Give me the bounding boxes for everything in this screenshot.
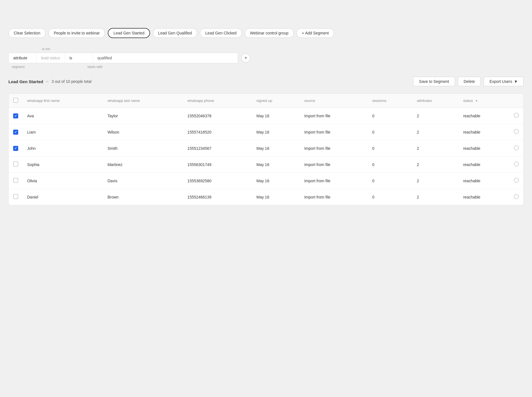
segment-btn-lead-gen-clicked[interactable]: Lead Gen Clicked <box>200 28 242 38</box>
sort-icon[interactable]: ▼ <box>475 99 478 102</box>
cell-signed_up: May 16 <box>252 157 300 173</box>
filter-field[interactable]: lead status <box>37 53 65 63</box>
row-checkbox-4[interactable] <box>13 162 18 167</box>
cell-sessions: 0 <box>368 108 412 124</box>
row-checkbox-3[interactable] <box>13 146 18 151</box>
segment-btn-lead-gen-started[interactable]: Lead Gen Started <box>108 28 150 38</box>
cell-attributes: 2 <box>412 140 459 157</box>
hint-starts-with: starts with <box>85 64 105 69</box>
table-row: AvaTaylor15552046378May 16Import from fi… <box>9 108 523 124</box>
cell-attributes: 2 <box>412 157 459 173</box>
cell-attributes: 2 <box>412 173 459 189</box>
filter-hint-above: is not <box>8 46 524 52</box>
cell-phone: 15553692580 <box>183 173 252 189</box>
header-last-name: whatsapp last name <box>103 94 183 108</box>
row-radio-5[interactable] <box>514 178 519 183</box>
summary-count: 3 out of 10 people total <box>52 79 91 84</box>
cell-attributes: 2 <box>412 189 459 205</box>
export-users-button[interactable]: Export Users ▼ <box>484 77 524 86</box>
hint-segment: segment <box>10 64 27 69</box>
filter-hints-below: segment starts with <box>8 64 524 69</box>
row-radio-4[interactable] <box>514 162 519 167</box>
cell-first_name: Olivia <box>23 173 103 189</box>
table-row: OliviaDavis15553692580May 16Import from … <box>9 173 523 189</box>
table-container: whatsapp first name whatsapp last name w… <box>8 94 524 205</box>
hint-is-not: is not <box>40 46 52 52</box>
row-radio-2[interactable] <box>514 129 519 134</box>
copy-icon[interactable]: ⎓ <box>46 79 49 84</box>
cell-signed_up: May 16 <box>252 108 300 124</box>
cell-first_name: Liam <box>23 124 103 140</box>
row-checkbox-6[interactable] <box>13 194 18 199</box>
cell-sessions: 0 <box>368 157 412 173</box>
cell-sessions: 0 <box>368 189 412 205</box>
cell-first_name: John <box>23 140 103 157</box>
segment-btn-clear[interactable]: Clear Selection <box>8 28 46 38</box>
select-all-checkbox[interactable] <box>13 98 18 103</box>
summary-left: Lead Gen Started ⎓ 3 out of 10 people to… <box>8 79 92 84</box>
add-segment-button[interactable]: + Add Segment <box>297 28 334 38</box>
main-container: Clear SelectionPeople to invite to webin… <box>0 0 532 216</box>
cell-attributes: 2 <box>412 124 459 140</box>
cell-sessions: 0 <box>368 173 412 189</box>
cell-source: Import from file <box>300 189 368 205</box>
cell-phone: 15556301749 <box>183 157 252 173</box>
filter-type[interactable]: attribute <box>9 53 37 63</box>
row-checkbox-5[interactable] <box>13 178 18 183</box>
header-sessions: sessions <box>368 94 412 108</box>
filter-add-button[interactable]: + <box>241 53 250 62</box>
cell-first_name: Daniel <box>23 189 103 205</box>
header-phone: whatsapp phone <box>183 94 252 108</box>
segment-btn-lead-gen-qualified[interactable]: Lead Gen Qualified <box>153 28 197 38</box>
cell-last_name: Taylor <box>103 108 183 124</box>
filter-area: is not attribute lead status is qualifie… <box>8 46 524 69</box>
chevron-down-icon: ▼ <box>514 79 518 84</box>
segment-btn-webinar[interactable]: People to invite to webinar <box>48 28 105 38</box>
cell-signed_up: May 16 <box>252 173 300 189</box>
cell-source: Import from file <box>300 140 368 157</box>
header-first-name: whatsapp first name <box>23 94 103 108</box>
cell-last_name: Wilson <box>103 124 183 140</box>
segment-btn-webinar-control[interactable]: Webinar control group <box>245 28 294 38</box>
row-checkbox-1[interactable] <box>13 113 18 118</box>
row-radio-1[interactable] <box>514 113 519 118</box>
header-select-all[interactable] <box>9 94 23 108</box>
cell-status: reachable <box>459 189 509 205</box>
summary-title: Lead Gen Started <box>8 79 43 84</box>
cell-source: Import from file <box>300 124 368 140</box>
table-row: LiamWilson15557418520May 16Import from f… <box>9 124 523 140</box>
summary-bar: Lead Gen Started ⎓ 3 out of 10 people to… <box>8 75 524 88</box>
header-attributes: attributes <box>412 94 459 108</box>
cell-last_name: Davis <box>103 173 183 189</box>
header-signed-up: signed up <box>252 94 300 108</box>
table-header-row: whatsapp first name whatsapp last name w… <box>9 94 523 108</box>
cell-phone: 15551234567 <box>183 140 252 157</box>
cell-phone: 15552046378 <box>183 108 252 124</box>
save-to-segment-button[interactable]: Save to Segment <box>413 77 455 86</box>
cell-phone: 15552468139 <box>183 189 252 205</box>
cell-status: reachable <box>459 140 509 157</box>
cell-first_name: Sophia <box>23 157 103 173</box>
cell-source: Import from file <box>300 108 368 124</box>
filter-row: attribute lead status is qualified <box>8 53 238 63</box>
header-radio <box>509 94 523 108</box>
cell-sessions: 0 <box>368 124 412 140</box>
cell-last_name: Brown <box>103 189 183 205</box>
delete-button[interactable]: Delete <box>458 77 481 86</box>
cell-status: reachable <box>459 124 509 140</box>
row-radio-6[interactable] <box>514 194 519 199</box>
filter-value[interactable]: qualified <box>93 53 238 63</box>
cell-signed_up: May 16 <box>252 140 300 157</box>
cell-status: reachable <box>459 108 509 124</box>
filter-operator[interactable]: is <box>65 53 93 63</box>
summary-actions: Save to Segment Delete Export Users ▼ <box>413 77 524 86</box>
table-body: AvaTaylor15552046378May 16Import from fi… <box>9 108 523 205</box>
cell-source: Import from file <box>300 157 368 173</box>
cell-last_name: Martinez <box>103 157 183 173</box>
cell-sessions: 0 <box>368 140 412 157</box>
segment-buttons-container: Clear SelectionPeople to invite to webin… <box>8 28 334 38</box>
cell-source: Import from file <box>300 173 368 189</box>
row-checkbox-2[interactable] <box>13 130 18 135</box>
cell-signed_up: May 16 <box>252 189 300 205</box>
row-radio-3[interactable] <box>514 145 519 150</box>
